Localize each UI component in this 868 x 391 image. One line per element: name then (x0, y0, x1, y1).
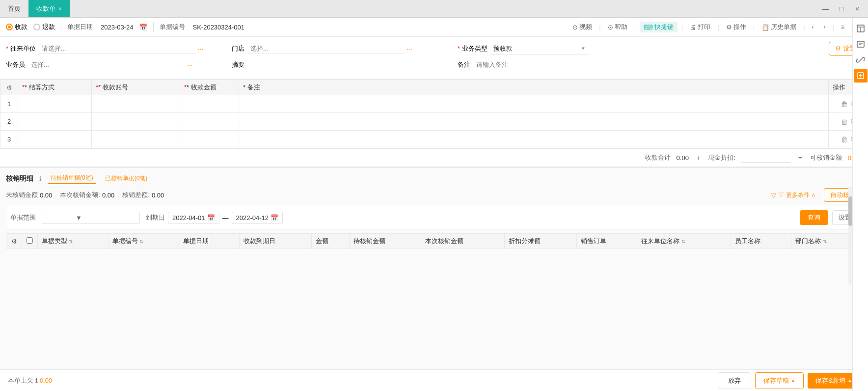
toolbar-divider-2 (153, 22, 154, 32)
row-amount-2[interactable] (180, 113, 239, 131)
print-icon: 🖨 (690, 24, 696, 31)
row-account-1[interactable] (92, 95, 180, 113)
delete-icon-2[interactable]: 🗑 (841, 118, 848, 126)
abandon-button[interactable]: 放弃 (718, 372, 751, 389)
maximize-button[interactable]: □ (835, 2, 848, 16)
operate-btn[interactable]: ⚙ 操作 (723, 22, 749, 32)
shortcut-icon: ⌨ (644, 24, 653, 31)
more-conditions-btn[interactable]: ▽ ▽ 更多条件 ∧ (771, 191, 816, 199)
unchecked-stat: 未核销金额 0.00 (6, 191, 52, 199)
row-note-1[interactable] (239, 95, 829, 113)
sidebar-icon-4[interactable] (854, 69, 868, 83)
row-note-2[interactable] (239, 113, 829, 131)
sort-counterpart-icon[interactable]: ⇅ (681, 239, 685, 244)
shortcut-btn[interactable]: ⌨ 快捷键 (640, 22, 678, 32)
biz-type-field: * 业务类型 预收款 ▼ ⚙ 设置 (458, 42, 862, 56)
row-num-1: 1 (0, 95, 18, 113)
table-row: 2 🗑 ⧉ (0, 113, 868, 131)
help-btn[interactable]: ⊙ 帮助 (605, 22, 630, 32)
range-select[interactable]: ▼ (42, 212, 140, 224)
row-amount-1[interactable] (180, 95, 239, 113)
col-due-header: 收款到期日 (239, 234, 311, 249)
tab-close-icon[interactable]: × (58, 5, 62, 12)
delete-icon-3[interactable]: 🗑 (841, 136, 848, 143)
tab-done[interactable]: 已核销单据(0笔) (102, 173, 151, 184)
salesperson-more-btn[interactable]: ··· (185, 61, 195, 69)
close-button[interactable]: × (850, 2, 864, 16)
counterpart-input[interactable] (39, 43, 196, 54)
counterpart-more-btn[interactable]: ··· (196, 45, 206, 53)
summary-input[interactable] (247, 59, 395, 70)
discount-input[interactable] (741, 153, 790, 163)
save-new-arrow: ▲ (847, 378, 852, 383)
row-amount-3[interactable] (180, 131, 239, 148)
note-input[interactable] (473, 59, 670, 70)
sort-dept-icon[interactable]: ⇅ (823, 239, 827, 244)
delete-icon-1[interactable]: 🗑 (841, 100, 848, 108)
range-arrow: ▼ (76, 214, 82, 222)
print-btn[interactable]: 🖨 打印 (687, 22, 713, 32)
note-field: 备注 (458, 59, 862, 70)
toolbar-right: ⊙ 视频 | ⊙ 帮助 | ⌨ 快捷键 | 🖨 打印 | ⚙ 操作 (570, 22, 862, 32)
save-draft-button[interactable]: 保存草稿 ▲ (755, 372, 804, 389)
col-staff-header: 员工名称 (731, 234, 791, 249)
minimize-button[interactable]: — (819, 2, 833, 16)
scrollbar-thumb[interactable] (848, 196, 852, 226)
tab-current[interactable]: 收款单 × (28, 0, 70, 17)
sort-billno-icon[interactable]: ⇅ (139, 239, 143, 244)
biz-type-arrow: ▼ (581, 46, 586, 51)
plus-sign: + (695, 154, 703, 162)
sort-type-icon[interactable]: ⇅ (69, 239, 73, 244)
query-button[interactable]: 查询 (800, 210, 828, 225)
bill-no-label: 单据编号 (160, 23, 185, 31)
list-view-btn[interactable]: ≡ (838, 23, 847, 31)
col-amount-header: ** 收款金额 (180, 80, 239, 95)
history-label: 历史单据 (771, 23, 796, 31)
date-start-cal-icon: 📅 (207, 214, 215, 222)
bottom-gear-icon[interactable]: ⚙ (11, 238, 17, 245)
store-input[interactable] (247, 43, 405, 54)
main-table: ⚙ ** 结算方式 ** 收款账号 ** 收款金额 * 备注 操作 (0, 80, 868, 148)
tab-home[interactable]: 首页 (0, 0, 28, 17)
date-end-input[interactable]: 2022-04-12 📅 (232, 212, 283, 224)
summary-field: 摘要 (232, 59, 438, 70)
row-settle-2[interactable] (18, 113, 92, 131)
summary-row: 收款合计 0.00 + 现金折扣: = 可核销金额 0.00 (0, 148, 868, 167)
filter-icon: ▽ (771, 192, 776, 199)
video-btn[interactable]: ⊙ 视频 (570, 22, 595, 32)
date-value[interactable]: 2023-03-24 (101, 24, 134, 31)
radio-receive[interactable]: 收款 (6, 23, 27, 31)
row-settle-1[interactable] (18, 95, 92, 113)
row-account-3[interactable] (92, 131, 180, 148)
prev-btn[interactable]: ‹ (809, 23, 817, 31)
col-order-header: 销售订单 (577, 234, 637, 249)
sidebar-icon-3[interactable] (854, 53, 868, 67)
verify-info-icon[interactable]: ℹ (39, 175, 42, 182)
top-toolbar: 收款 退款 单据日期 2023-03-24 📅 单据编号 SK-20230324… (0, 18, 868, 37)
store-more-btn[interactable]: ··· (405, 45, 414, 53)
sidebar-icon-1[interactable] (854, 22, 868, 35)
row-note-3[interactable] (239, 131, 829, 148)
equal-sign: = (796, 154, 804, 162)
help-label: 帮助 (615, 23, 627, 31)
table-gear-icon[interactable]: ⚙ (6, 84, 12, 91)
select-all-checkbox[interactable] (27, 237, 33, 244)
tab-home-label: 首页 (8, 4, 21, 13)
date-start-input[interactable]: 2022-04-01 📅 (168, 212, 219, 224)
salesperson-input[interactable] (28, 59, 185, 70)
range-label: 单据范围 (10, 213, 36, 222)
store-field: 门店 ··· (232, 43, 438, 54)
sidebar-icon-2[interactable] (854, 37, 868, 51)
next-btn[interactable]: › (821, 23, 829, 31)
history-btn[interactable]: 📋 历史单据 (759, 22, 799, 32)
col-amount-header: 金额 (311, 234, 349, 249)
col-billno-header: 单据编号 ⇅ (108, 234, 179, 249)
calendar-icon[interactable]: 📅 (139, 24, 147, 31)
biz-type-select[interactable]: 预收款 ▼ (490, 43, 589, 55)
radio-refund[interactable]: 退款 (33, 23, 55, 31)
row-settle-3[interactable] (18, 131, 92, 148)
info-icon: ℹ (35, 377, 38, 384)
bill-no-field: 单据编号 SK-20230324-001 (160, 23, 245, 31)
tab-pending[interactable]: 待核销单据(0笔) (48, 173, 96, 184)
row-account-2[interactable] (92, 113, 180, 131)
